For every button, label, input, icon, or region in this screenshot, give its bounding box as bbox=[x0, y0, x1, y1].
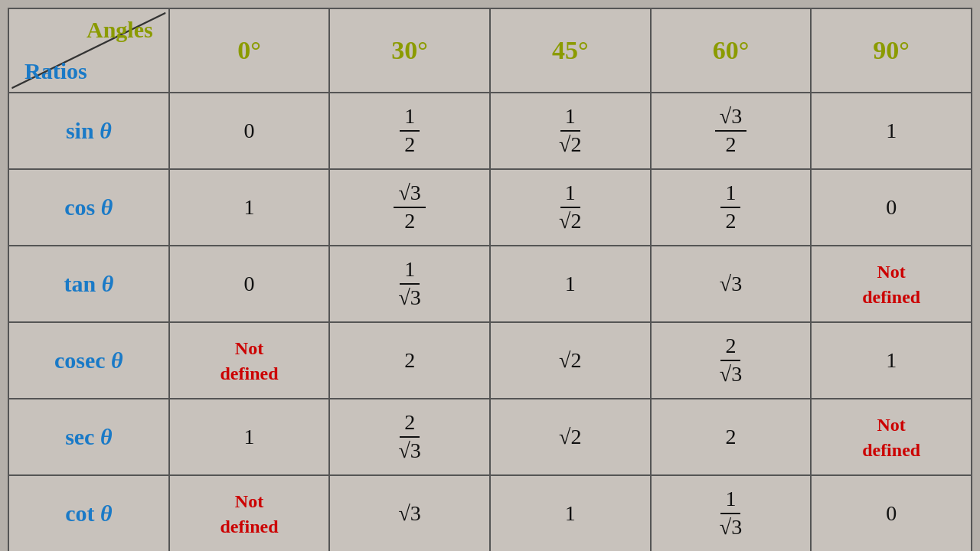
table-row: sin θ0121√2√321 bbox=[8, 93, 972, 169]
value-cell: 1√3 bbox=[329, 246, 490, 322]
value-cell: 0 bbox=[811, 169, 972, 246]
value-cell: 1 bbox=[490, 246, 651, 322]
value-cell: √3 bbox=[329, 475, 490, 551]
value-cell: Notdefined bbox=[811, 399, 972, 475]
fraction: 2√3 bbox=[715, 334, 746, 386]
cell-value: 0 bbox=[886, 195, 897, 219]
not-defined-label: Notdefined bbox=[862, 415, 920, 460]
value-cell: 1 bbox=[169, 399, 330, 475]
value-cell: 1√3 bbox=[651, 475, 812, 551]
ratio-label: cos θ bbox=[8, 169, 169, 246]
value-cell: 0 bbox=[811, 475, 972, 551]
fraction: 2√3 bbox=[394, 411, 425, 463]
value-cell: Notdefined bbox=[169, 322, 330, 399]
not-defined-label: Notdefined bbox=[220, 491, 278, 536]
ratio-label: cot θ bbox=[8, 475, 169, 551]
angle-45-header: 45° bbox=[490, 8, 651, 93]
value-cell: 12 bbox=[329, 93, 490, 169]
sqrt3-val: √3 bbox=[720, 272, 742, 295]
value-cell: 1 bbox=[490, 475, 651, 551]
cell-value: 0 bbox=[886, 501, 897, 525]
value-cell: 1 bbox=[811, 322, 972, 399]
angle-0-header: 0° bbox=[169, 8, 330, 93]
angles-label: Angles bbox=[87, 17, 153, 43]
sqrt2-val: √2 bbox=[559, 348, 581, 372]
table-row: cos θ1√321√2120 bbox=[8, 169, 972, 246]
cell-value: 1 bbox=[565, 272, 576, 295]
cell-value: 0 bbox=[243, 272, 254, 295]
value-cell: Notdefined bbox=[169, 475, 330, 551]
ratio-label: tan θ bbox=[8, 246, 169, 322]
value-cell: 2 bbox=[651, 399, 812, 475]
value-cell: 2√3 bbox=[651, 322, 812, 399]
fraction: √32 bbox=[394, 181, 425, 233]
header-diagonal: Angles Ratios bbox=[8, 8, 169, 93]
fraction: 1√2 bbox=[554, 181, 586, 233]
fraction: 12 bbox=[400, 105, 420, 157]
value-cell: 1√2 bbox=[490, 93, 651, 169]
value-cell: 2√3 bbox=[329, 399, 490, 475]
trig-table: Angles Ratios 0° 30° 45° 60° 90° sin θ01… bbox=[8, 8, 972, 543]
value-cell: 1√2 bbox=[490, 169, 651, 246]
table-row: sec θ12√3√22Notdefined bbox=[8, 399, 972, 475]
value-cell: √3 bbox=[651, 246, 812, 322]
value-cell: Notdefined bbox=[811, 246, 972, 322]
cell-value: 1 bbox=[886, 348, 897, 372]
cell-value: 1 bbox=[565, 501, 576, 525]
value-cell: 0 bbox=[169, 93, 330, 169]
ratio-label: sin θ bbox=[8, 93, 169, 169]
value-cell: 1 bbox=[169, 169, 330, 246]
ratios-label: Ratios bbox=[24, 58, 87, 84]
value-cell: √2 bbox=[490, 399, 651, 475]
value-cell: √2 bbox=[490, 322, 651, 399]
cell-value: 1 bbox=[243, 195, 254, 219]
sqrt2-val: √2 bbox=[559, 425, 581, 448]
cell-value: 1 bbox=[886, 119, 897, 142]
angle-30-header: 30° bbox=[329, 8, 490, 93]
not-defined-label: Notdefined bbox=[862, 262, 920, 307]
fraction: 1√3 bbox=[715, 487, 746, 540]
angle-90-header: 90° bbox=[811, 8, 972, 93]
value-cell: 2 bbox=[329, 322, 490, 399]
fraction: √32 bbox=[715, 105, 746, 157]
ratio-label: sec θ bbox=[8, 399, 169, 475]
value-cell: 0 bbox=[169, 246, 330, 322]
table-row: tan θ01√31√3Notdefined bbox=[8, 246, 972, 322]
angle-60-header: 60° bbox=[651, 8, 812, 93]
value-cell: √32 bbox=[651, 93, 812, 169]
value-cell: 1 bbox=[811, 93, 972, 169]
cell-value: 2 bbox=[725, 425, 736, 448]
sqrt3-val: √3 bbox=[398, 501, 420, 525]
fraction: 1√2 bbox=[554, 105, 586, 157]
cell-value: 2 bbox=[404, 348, 415, 372]
ratio-label: cosec θ bbox=[8, 322, 169, 399]
not-defined-label: Notdefined bbox=[220, 338, 278, 383]
fraction: 1√3 bbox=[394, 258, 425, 310]
value-cell: 12 bbox=[651, 169, 812, 246]
value-cell: √32 bbox=[329, 169, 490, 246]
table-row: cot θNotdefined√311√30 bbox=[8, 475, 972, 551]
fraction: 12 bbox=[720, 181, 740, 233]
cell-value: 0 bbox=[243, 119, 254, 142]
table-row: cosec θNotdefined2√22√31 bbox=[8, 322, 972, 399]
cell-value: 1 bbox=[243, 425, 254, 448]
